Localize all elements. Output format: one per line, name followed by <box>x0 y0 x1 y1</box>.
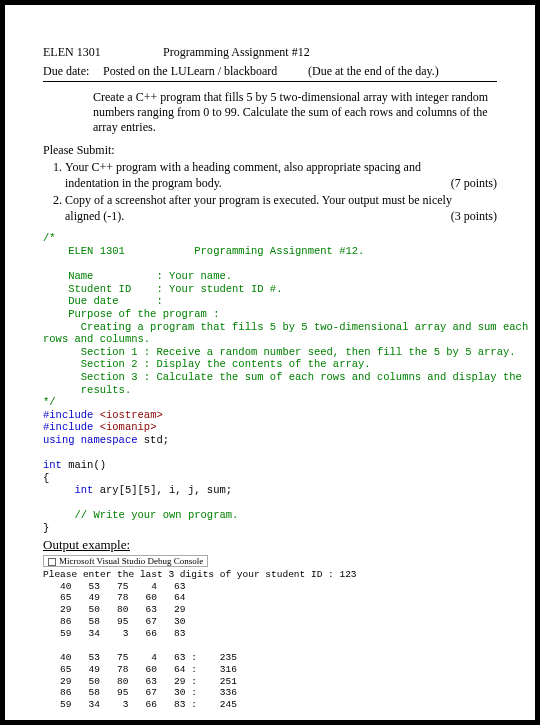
header-row: ELEN 1301 Programming Assignment #12 <box>43 45 497 60</box>
submit-item-2: Copy of a screenshot after your program … <box>65 193 497 224</box>
comment-line: Section 1 : Receive a random number seed… <box>43 346 516 358</box>
comment-line: Section 3 : Calculate the sum of each ro… <box>43 371 522 383</box>
brace-close: } <box>43 522 49 534</box>
console-line: 59 34 3 66 83 <box>43 628 186 639</box>
output-example-label: Output example: <box>43 537 497 553</box>
comment-line: Name : Your name. <box>43 270 232 282</box>
submit-item-2-points: (3 points) <box>443 209 497 225</box>
comment-line: Due date : <box>43 295 163 307</box>
include-header: <iostream> <box>100 409 163 421</box>
console-line: 86 58 95 67 30 : 336 <box>43 687 237 698</box>
description: Create a C++ program that fills 5 by 5 t… <box>93 90 497 135</box>
submit-list: Your C++ program with a heading comment,… <box>65 160 497 224</box>
console-window: Microsoft Visual Studio Debug Console Pl… <box>43 553 497 725</box>
include-keyword: #include <box>43 421 100 433</box>
include-header: <iomanip> <box>100 421 157 433</box>
int-keyword: int <box>43 459 62 471</box>
console-line: 65 49 78 60 64 <box>43 592 186 603</box>
console-line: 65 49 78 60 64 : 316 <box>43 664 237 675</box>
int-keyword: int <box>43 484 93 496</box>
comment-line: results. <box>43 384 131 396</box>
comment-open: /* <box>43 232 56 244</box>
comment-line: ELEN 1301 Programming Assignment #12. <box>43 245 364 257</box>
due-posted: Posted on the LULearn / blackboard <box>103 64 308 79</box>
brace-open: { <box>43 472 49 484</box>
comment-line: rows and columns. <box>43 333 150 345</box>
submit-item-1: Your C++ program with a heading comment,… <box>65 160 497 191</box>
due-label: Due date: <box>43 64 103 79</box>
console-line: 59 34 3 66 83 : 245 <box>43 699 237 710</box>
comment-write: // Write your own program. <box>43 509 238 521</box>
assignment-title: Programming Assignment #12 <box>163 45 310 60</box>
console-output: Please enter the last 3 digits of your s… <box>43 569 497 725</box>
console-line: 40 53 75 4 63 : 235 <box>43 652 237 663</box>
submit-item-1-points: (7 points) <box>443 176 497 192</box>
console-title: Microsoft Visual Studio Debug Console <box>43 555 208 567</box>
using-keyword: using namespace <box>43 434 138 446</box>
assignment-document: ELEN 1301 Programming Assignment #12 Due… <box>5 5 535 720</box>
comment-close: */ <box>43 396 56 408</box>
main-func: main() <box>62 459 106 471</box>
console-line: 86 58 95 67 30 <box>43 616 186 627</box>
console-line: 29 50 80 63 29 : 251 <box>43 676 237 687</box>
code-block: /* ELEN 1301 Programming Assignment #12.… <box>43 232 497 534</box>
include-keyword: #include <box>43 409 100 421</box>
submit-item-1-line1: Your C++ program with a heading comment,… <box>65 160 497 176</box>
console-line: Please enter the last 3 digits of your s… <box>43 569 357 580</box>
comment-line: Student ID : Your student ID #. <box>43 283 282 295</box>
submit-item-2-line1: Copy of a screenshot after your program … <box>65 193 497 209</box>
submit-item-2-line2: aligned (-1). <box>65 209 443 225</box>
comment-line: Purpose of the program : <box>43 308 219 320</box>
namespace-std: std; <box>138 434 170 446</box>
submit-item-1-line2: indentation in the program body. <box>65 176 443 192</box>
course-code: ELEN 1301 <box>43 45 163 60</box>
console-line: 29 50 80 63 29 <box>43 604 186 615</box>
comment-line: Creating a program that fills 5 by 5 two… <box>43 321 528 333</box>
console-line: 40 53 75 4 63 <box>43 581 186 592</box>
due-row: Due date: Posted on the LULearn / blackb… <box>43 64 497 82</box>
due-end: (Due at the end of the day.) <box>308 64 439 79</box>
declarations: ary[5][5], i, j, sum; <box>93 484 232 496</box>
comment-line: Section 2 : Display the contents of the … <box>43 358 371 370</box>
submit-label: Please Submit: <box>43 143 497 158</box>
